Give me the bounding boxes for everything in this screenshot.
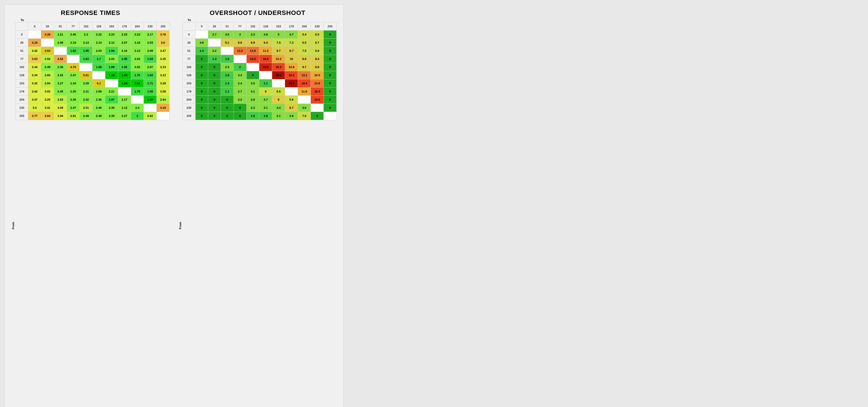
col-header-77: 77	[234, 22, 246, 31]
table-cell: 7.6	[298, 112, 311, 120]
table-cell: 1.95	[80, 47, 92, 55]
table-cell: 1.8	[221, 71, 234, 80]
table-cell: 0	[208, 71, 221, 80]
row-header-230: 230	[16, 104, 28, 112]
row-header-0: 0	[16, 31, 28, 39]
table-row: 04.382.212.452.32.222.232.252.232.173.76	[16, 31, 169, 39]
table-cell	[311, 104, 324, 112]
table-cell: 2.12	[105, 39, 118, 47]
row-header-51: 51	[183, 47, 195, 55]
col-header-179: 179	[118, 22, 131, 31]
table-cell	[272, 80, 285, 88]
table-cell: 2.03	[131, 55, 144, 63]
corner-header	[183, 22, 195, 31]
table-cell: 0	[208, 80, 221, 88]
table-cell: 2.27	[54, 80, 67, 88]
row-header-204: 204	[183, 96, 195, 104]
table-cell: 2.08	[54, 39, 67, 47]
table-cell: 2.02	[131, 63, 144, 71]
table-cell: 1.55	[144, 88, 157, 96]
table-cell: 3.25	[41, 96, 54, 104]
table-cell: 1.1	[259, 80, 272, 88]
col-header-128: 128	[259, 22, 272, 31]
overshoot-matrix-wrapper: From 026517710212815317920423025502.74.6…	[179, 22, 337, 407]
table-cell: 2.09	[92, 88, 105, 96]
table-cell: 4.18	[157, 104, 169, 112]
corner-header	[16, 22, 28, 31]
table-cell: 2.46	[92, 104, 105, 112]
table-cell	[208, 39, 221, 47]
table-cell	[28, 31, 41, 39]
table-cell: 1.45	[118, 71, 131, 80]
table-cell: 2.91	[67, 112, 80, 120]
table-row: 23000002.33.14.48.73.90	[183, 104, 337, 112]
table-cell: 2.14	[92, 39, 105, 47]
table-cell: 3.77	[28, 112, 41, 120]
table-cell	[67, 55, 80, 63]
table-cell: 7.3	[285, 39, 298, 47]
row-header-153: 153	[183, 80, 195, 88]
table-cell: 4.8	[259, 31, 272, 39]
table-cell: 4.4	[272, 104, 285, 112]
table-cell: 6.9	[311, 47, 324, 55]
row-header-77: 77	[16, 55, 28, 63]
table-cell: 30.5	[272, 71, 285, 80]
table-cell: 6.7	[311, 39, 324, 47]
table-cell: 4.7	[285, 31, 298, 39]
table-cell: 1.92	[118, 63, 131, 71]
table-row: 2303.53.413.082.472.512.462.362.122.44.1…	[16, 104, 169, 112]
table-cell: 6.5	[298, 39, 311, 47]
table-cell: 2.47	[67, 104, 80, 112]
table-cell: 2.94	[157, 96, 169, 104]
table-cell: 1.4	[195, 47, 208, 55]
table-cell: 3.35	[157, 55, 169, 63]
table-row: 2040002.22.94.795.619.60	[183, 96, 337, 104]
row-header-255: 255	[183, 112, 195, 120]
table-cell: 1.3	[221, 80, 234, 88]
col-header-204: 204	[298, 22, 311, 31]
table-cell	[195, 31, 208, 39]
table-cell: 7.5	[272, 39, 285, 47]
table-cell: 9.9	[246, 39, 259, 47]
table-cell: 2.07	[118, 39, 131, 47]
response-times-title: RESPONSE TIMES	[61, 9, 120, 17]
table-row: 264.182.082.192.142.142.122.072.182.033.…	[16, 39, 169, 47]
table-cell: 4.1	[246, 88, 259, 96]
table-row: 1023.442.492.384.791.581.691.922.022.073…	[16, 63, 169, 71]
table-cell	[324, 112, 337, 120]
table-cell: 2.83	[54, 96, 67, 104]
table-cell: 2.29	[80, 80, 92, 88]
table-cell: 3.02	[41, 88, 54, 96]
table-cell: 0	[324, 31, 337, 39]
table-cell: 11.6	[298, 88, 311, 96]
table-cell: 3.36	[54, 112, 67, 120]
table-cell: 0	[221, 96, 234, 104]
table-cell: 2.45	[54, 88, 67, 96]
table-cell: 4.6	[195, 39, 208, 47]
table-cell: 1.75	[131, 88, 144, 96]
table-cell: 2.42	[80, 96, 92, 104]
table-cell	[118, 88, 131, 96]
table-cell: 1.1	[221, 88, 234, 96]
table-cell: 19.6	[311, 96, 324, 104]
table-cell: 1.63	[80, 55, 92, 63]
table-row: 2553.773.643.362.912.492.492.392.2722.62	[16, 112, 169, 120]
table-row: 1793.423.022.452.352.312.092.211.751.553…	[16, 88, 169, 96]
table-cell	[144, 104, 157, 112]
col-header-179: 179	[285, 22, 298, 31]
col-header-0: 0	[195, 22, 208, 31]
table-cell: 2.23	[131, 31, 144, 39]
table-cell: 0	[208, 96, 221, 104]
table-cell: 19.8	[246, 55, 259, 63]
table-cell: 4.63	[41, 47, 54, 55]
table-cell: 16.6	[259, 55, 272, 63]
table-cell: 9.4	[259, 39, 272, 47]
table-cell: 1.97	[105, 96, 118, 104]
table-cell: 6.6	[272, 88, 285, 96]
table-cell: 9.1	[221, 39, 234, 47]
table-cell	[298, 96, 311, 104]
table-cell: 2.52	[41, 55, 54, 63]
table-cell: 5.6	[285, 96, 298, 104]
table-cell: 2.42	[54, 71, 67, 80]
col-header-153: 153	[272, 22, 285, 31]
